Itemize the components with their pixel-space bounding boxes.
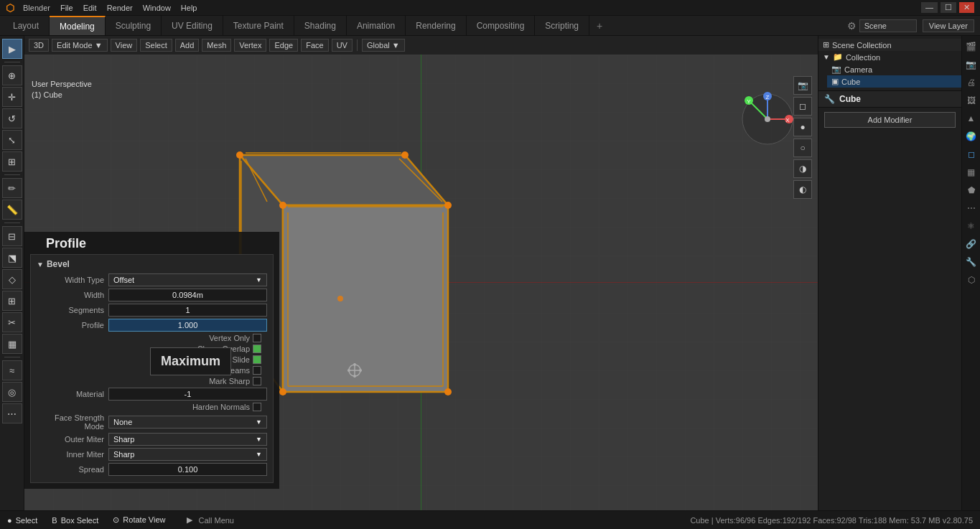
rail-particles-icon[interactable]: ⋯	[963, 200, 979, 216]
minimize-button[interactable]: —	[921, 2, 938, 13]
editor-type-selector[interactable]: 3D	[29, 39, 49, 52]
select-button[interactable]: Select	[140, 39, 172, 52]
workspace-right: ⚙ View Layer	[847, 16, 980, 35]
menu-edit[interactable]: Edit	[79, 2, 101, 14]
width-type-select[interactable]: Offset ▼	[108, 273, 267, 286]
segments-value[interactable]: 1	[108, 304, 267, 317]
smooth-tool-button[interactable]: ≈	[2, 360, 22, 380]
viewport-shading-rendered[interactable]: ◑	[793, 159, 812, 178]
shear-tool-button[interactable]: ⋯	[2, 403, 22, 423]
add-button[interactable]: Add	[175, 39, 200, 52]
rail-world-icon[interactable]: 🌍	[963, 128, 979, 144]
transform-space-selector[interactable]: Global ▼	[362, 39, 405, 52]
tab-uv-editing[interactable]: UV Editing	[162, 16, 223, 35]
viewport-shading-solid[interactable]: ●	[793, 118, 812, 136]
transform-tool-button[interactable]: ⊞	[2, 151, 22, 172]
outer-miter-select[interactable]: Sharp ▼	[108, 433, 267, 446]
tab-compositing[interactable]: Compositing	[467, 16, 536, 35]
tab-sculpting[interactable]: Sculpting	[106, 16, 162, 35]
polyquilt-button[interactable]: ▦	[2, 334, 22, 354]
right-icon-rail: 🎬 📷 🖨 🖼 ▲ 🌍 ◻ ▦ ⬟ ⋯ ⚛ 🔗 🔧 ⬡	[961, 36, 980, 510]
mark-sharp-label: Mark Sharp	[209, 377, 250, 385]
rail-render-icon[interactable]: 📷	[963, 57, 979, 72]
mode-selector[interactable]: Edit Mode ▼	[52, 39, 107, 52]
add-workspace-button[interactable]: +	[589, 16, 610, 35]
rail-material-icon[interactable]: ⬟	[963, 182, 979, 198]
bevel-title: Bevel	[47, 259, 70, 269]
mesh-button[interactable]: Mesh	[202, 39, 231, 52]
menu-render[interactable]: Render	[103, 2, 137, 14]
mark-sharp-checkbox[interactable]	[253, 377, 261, 385]
vertex-only-checkbox[interactable]	[253, 334, 261, 342]
loop-slide-checkbox[interactable]	[253, 355, 261, 364]
inner-miter-select[interactable]: Sharp ▼	[108, 448, 267, 461]
bevel-tool-button[interactable]: ◇	[2, 269, 22, 289]
menu-file[interactable]: File	[56, 2, 78, 14]
viewport-3d[interactable]: User Perspective (1) Cube	[24, 55, 818, 510]
edge-button[interactable]: Edge	[269, 39, 298, 52]
move-tool-button[interactable]: ✛	[2, 87, 22, 107]
rail-physics-icon[interactable]: ⚛	[963, 218, 979, 234]
mark-seams-checkbox[interactable]	[253, 366, 261, 375]
viewport[interactable]: 3D Edit Mode ▼ View Select Add Mesh Vert…	[24, 36, 818, 510]
collection-icon: 📁	[833, 52, 843, 62]
harden-normals-checkbox[interactable]	[253, 403, 261, 411]
spread-value[interactable]: 0.100	[108, 463, 267, 476]
scene-name-input[interactable]	[859, 19, 917, 32]
camera-view-button[interactable]: 📷	[793, 76, 812, 95]
rail-object-icon[interactable]: ◻	[963, 146, 979, 162]
cursor-tool-button[interactable]: ⊕	[2, 65, 22, 85]
rail-output-icon[interactable]: 🖨	[963, 75, 979, 90]
tab-rendering[interactable]: Rendering	[406, 16, 466, 35]
uv-button[interactable]: UV	[332, 39, 353, 52]
tab-animation[interactable]: Animation	[347, 16, 406, 35]
outliner-cube-item[interactable]: ▣ Cube	[827, 75, 961, 88]
tab-scripting[interactable]: Scripting	[535, 16, 589, 35]
maximize-button[interactable]: ☐	[941, 2, 956, 13]
face-button[interactable]: Face	[301, 39, 328, 52]
measure-tool-button[interactable]: 📏	[2, 200, 22, 220]
shrink-tool-button[interactable]: ◎	[2, 382, 22, 402]
perspective-toggle-button[interactable]: ◻	[793, 97, 812, 116]
menu-window[interactable]: Window	[139, 2, 175, 14]
face-strength-select[interactable]: None ▼	[108, 416, 267, 429]
width-value[interactable]: 0.0984m	[108, 289, 267, 301]
bevel-collapse-icon[interactable]: ▼	[37, 261, 44, 268]
inset-tool-button[interactable]: ⬔	[2, 248, 22, 268]
rail-scene-props-icon[interactable]: ▲	[963, 111, 979, 126]
width-type-label: Width Type	[37, 276, 108, 284]
viewport-shading-wireframe[interactable]: ○	[793, 139, 812, 157]
view-button[interactable]: View	[111, 39, 138, 52]
select-tool-button[interactable]: ▶	[2, 39, 22, 59]
viewport-shading-material[interactable]: ◐	[793, 180, 812, 199]
rotate-tool-button[interactable]: ↺	[2, 108, 22, 128]
add-modifier-button[interactable]: Add Modifier	[824, 112, 956, 128]
outliner-camera-item[interactable]: 📷 Camera	[827, 63, 961, 75]
extrude-tool-button[interactable]: ⊟	[2, 226, 22, 246]
profile-value[interactable]: 1.000	[108, 319, 267, 332]
svg-point-39	[765, 116, 770, 122]
rail-modifiers-icon[interactable]: 🔧	[963, 254, 979, 270]
scale-tool-button[interactable]: ⤡	[2, 130, 22, 150]
clamp-overlap-checkbox[interactable]	[253, 345, 261, 353]
material-value[interactable]: -1	[108, 388, 267, 401]
annotate-tool-button[interactable]: ✏	[2, 178, 22, 198]
close-button[interactable]: ✕	[959, 2, 974, 13]
knife-tool-button[interactable]: ✂	[2, 312, 22, 332]
rail-object-data-icon[interactable]: ⬡	[963, 272, 979, 288]
rail-mesh-icon[interactable]: ▦	[963, 164, 979, 180]
menu-help[interactable]: Help	[177, 2, 202, 14]
view-layer-button[interactable]: View Layer	[923, 19, 974, 32]
outliner-collection-item[interactable]: ▼ 📁 Collection	[818, 51, 961, 63]
rail-view-layer-icon[interactable]: 🖼	[963, 93, 979, 108]
mark-sharp-row: Mark Sharp	[37, 377, 267, 385]
rail-constraints-icon[interactable]: 🔗	[963, 236, 979, 252]
viewport-gizmo[interactable]: X Y Z	[739, 90, 796, 148]
tab-shading[interactable]: Shading	[294, 16, 347, 35]
tab-texture-paint[interactable]: Texture Paint	[223, 16, 294, 35]
tab-layout[interactable]: Layout	[3, 16, 50, 35]
loop-cut-button[interactable]: ⊞	[2, 291, 22, 311]
vertex-button[interactable]: Vertex	[234, 39, 266, 52]
tab-modeling[interactable]: Modeling	[50, 16, 106, 35]
rail-scene-icon[interactable]: 🎬	[963, 39, 979, 55]
